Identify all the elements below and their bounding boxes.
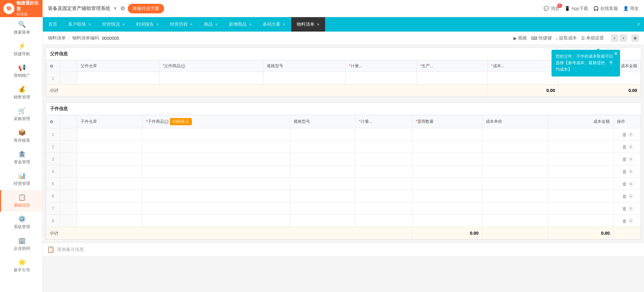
child-cell-spec-3[interactable] <box>290 153 355 165</box>
child-cell-quantity-6[interactable] <box>412 190 482 202</box>
child-cell-cost-amount-7[interactable] <box>548 202 614 215</box>
trial-button[interactable]: 体验行业方案 <box>128 4 164 13</box>
child-cell-unit-cost-6[interactable] <box>482 190 548 202</box>
shortcut-action[interactable]: ⌨ 快捷键 <box>531 35 552 41</box>
delete-icon-8[interactable]: 🗑 <box>622 218 627 224</box>
extract-cost-action[interactable]: ↓ 提取成本 <box>556 35 577 41</box>
child-cell-quantity-8[interactable] <box>412 215 482 227</box>
copy-icon-2[interactable]: ⎘ <box>630 144 632 150</box>
prev-arrow[interactable]: ‹ <box>611 34 618 42</box>
sidebar-item-purchase[interactable]: 🛒 采购管理 <box>0 104 42 125</box>
child-cell-product-6[interactable] <box>143 190 290 202</box>
copy-icon-6[interactable]: ⎘ <box>630 194 632 199</box>
child-cell-unit-1[interactable] <box>356 128 412 141</box>
parent-cell-spec[interactable] <box>263 72 346 84</box>
sidebar-item-operations[interactable]: 📊 经营管理 <box>0 168 42 190</box>
child-cell-spec-2[interactable] <box>290 141 355 153</box>
delete-icon-2[interactable]: 🗑 <box>622 144 627 150</box>
tab-bom[interactable]: 物料清单 ✕ <box>291 17 325 32</box>
child-cell-cost-amount-2[interactable] <box>548 141 614 153</box>
child-cell-cost-amount-3[interactable] <box>548 153 614 165</box>
online-service-button[interactable]: 🎧 在线客服 <box>593 5 618 12</box>
delete-icon-6[interactable]: 🗑 <box>622 194 627 199</box>
delete-icon-7[interactable]: 🗑 <box>622 206 627 211</box>
child-cell-spec-4[interactable] <box>290 165 355 178</box>
child-cell-cost-amount-8[interactable] <box>548 215 614 227</box>
tooltip-close-button[interactable]: ✕ <box>614 51 618 56</box>
child-cell-quantity-5[interactable] <box>412 178 482 190</box>
tab-operations-close[interactable]: ✕ <box>122 22 125 27</box>
child-cell-quantity-3[interactable] <box>412 153 482 165</box>
tab-customer[interactable]: 客户联络 ✕ <box>63 17 97 32</box>
child-cell-unit-6[interactable] <box>356 190 412 202</box>
child-th-settings[interactable]: ⚙ <box>46 115 60 128</box>
video-action[interactable]: ▶ 视频 <box>513 35 527 41</box>
child-cell-product-4[interactable] <box>143 165 290 178</box>
tab-customer-close[interactable]: ✕ <box>88 22 91 27</box>
menu-expand-button[interactable]: ≡ <box>631 34 639 42</box>
sidebar-item-marketing[interactable]: 📢 营销推广 <box>0 60 42 82</box>
sidebar-item-system[interactable]: ⚙️ 系统管理 <box>0 212 42 233</box>
delete-icon-4[interactable]: 🗑 <box>622 169 627 174</box>
child-cell-unit-5[interactable] <box>356 178 412 190</box>
child-cell-spec-8[interactable] <box>290 215 355 227</box>
sidebar-item-inventory[interactable]: 📦 库存核算 <box>0 125 42 147</box>
tab-product-close[interactable]: ✕ <box>215 22 218 27</box>
sidebar-item-guide[interactable]: 🌟 新手引导 <box>0 255 42 277</box>
child-cell-unit-cost-5[interactable] <box>482 178 548 190</box>
child-cell-quantity-7[interactable] <box>412 202 482 215</box>
scan-input-button[interactable]: 扫码录入 <box>170 118 192 125</box>
copy-icon-3[interactable]: ⎘ <box>630 156 632 162</box>
message-button[interactable]: 💬 消息 6 <box>544 5 559 12</box>
sidebar-item-search[interactable]: 🔍 搜索菜单 <box>0 17 42 39</box>
parent-cell-product[interactable] <box>159 72 263 84</box>
sidebar-item-quick[interactable]: ⚡ 快捷导航 <box>0 39 42 60</box>
child-cell-warehouse-4[interactable] <box>77 165 143 178</box>
child-cell-product-3[interactable] <box>143 153 290 165</box>
single-settings-action[interactable]: ☰ 单据设置 <box>581 35 604 41</box>
tab-home[interactable]: 首页 <box>43 17 63 32</box>
parent-cell-cost[interactable] <box>487 72 558 84</box>
child-cell-product-7[interactable] <box>143 202 290 215</box>
child-cell-warehouse-2[interactable] <box>77 141 143 153</box>
child-cell-warehouse-5[interactable] <box>77 178 143 190</box>
delete-icon-3[interactable]: 🗑 <box>622 156 627 162</box>
child-cell-unit-cost-2[interactable] <box>482 141 548 153</box>
tab-operations[interactable]: 经营情况 ✕ <box>97 17 131 32</box>
child-cell-quantity-4[interactable] <box>412 165 482 178</box>
parent-cell-unit[interactable] <box>346 72 417 84</box>
sidebar-item-finance[interactable]: 🏦 资金管理 <box>0 147 42 168</box>
breadcrumb-bom[interactable]: 物料清单 <box>48 35 66 41</box>
child-cell-warehouse-6[interactable] <box>77 190 143 202</box>
tab-barcode-close[interactable]: ✕ <box>283 22 286 27</box>
tab-bom-close[interactable]: ✕ <box>317 22 320 27</box>
child-cell-quantity-2[interactable] <box>412 141 482 153</box>
tab-profit[interactable]: 利润报告 ✕ <box>131 17 164 32</box>
sidebar-item-enterprise[interactable]: 🏢 企业协同 <box>0 233 42 255</box>
settings-icon[interactable]: ⚙ <box>120 5 125 12</box>
delete-icon-1[interactable]: 🗑 <box>622 132 627 137</box>
tab-new-product[interactable]: 新增商品 ✕ <box>223 17 257 32</box>
child-cell-cost-amount-6[interactable] <box>548 190 614 202</box>
next-arrow[interactable]: › <box>620 34 627 42</box>
child-cell-cost-amount-1[interactable] <box>548 128 614 141</box>
tab-history-close[interactable]: ✕ <box>190 22 193 27</box>
copy-icon-7[interactable]: ⎘ <box>630 206 632 211</box>
tab-product[interactable]: 商品 ✕ <box>198 17 223 32</box>
child-cell-spec-5[interactable] <box>290 178 355 190</box>
child-cell-product-1[interactable] <box>143 128 290 141</box>
child-cell-unit-cost-3[interactable] <box>482 153 548 165</box>
copy-icon-1[interactable]: ⎘ <box>630 132 632 137</box>
child-cell-unit-7[interactable] <box>356 202 412 215</box>
tab-profit-close[interactable]: ✕ <box>156 22 159 27</box>
parent-cell-produce[interactable] <box>417 72 487 84</box>
sidebar-item-sales[interactable]: 💰 销售管理 <box>0 82 42 104</box>
child-cell-spec-1[interactable] <box>290 128 355 141</box>
child-cell-unit-8[interactable] <box>356 215 412 227</box>
child-cell-product-5[interactable] <box>143 178 290 190</box>
child-cell-unit-cost-7[interactable] <box>482 202 548 215</box>
child-cell-quantity-1[interactable] <box>412 128 482 141</box>
copy-icon-8[interactable]: ⎘ <box>630 218 632 224</box>
child-cell-unit-cost-4[interactable] <box>482 165 548 178</box>
delete-icon-5[interactable]: 🗑 <box>622 181 627 187</box>
